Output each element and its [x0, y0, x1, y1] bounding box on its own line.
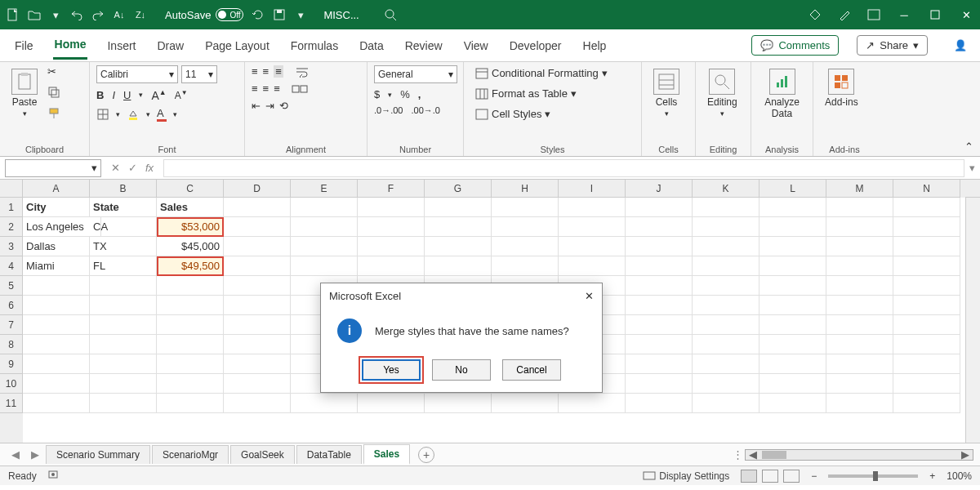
cell[interactable] [826, 374, 893, 394]
cell[interactable] [826, 237, 893, 256]
fx-icon[interactable]: fx [145, 162, 154, 174]
view-normal-icon[interactable] [741, 470, 757, 483]
align-right-icon[interactable]: ≡ [274, 82, 280, 95]
increase-font-icon[interactable]: A▲ [151, 88, 166, 102]
minimize-icon[interactable]: ─ [897, 7, 911, 22]
sheet-nav-prev-icon[interactable]: ◀ [7, 448, 24, 461]
row-header[interactable]: 11 [0, 394, 23, 413]
cell[interactable] [559, 198, 626, 217]
analyze-data-button[interactable]: Analyze Data [758, 65, 806, 122]
cell[interactable] [893, 217, 960, 237]
cell[interactable]: $45,000 [157, 237, 224, 256]
cell[interactable] [626, 354, 693, 374]
refresh-icon[interactable] [252, 8, 265, 21]
col-header[interactable]: N [893, 180, 960, 198]
dropdown-icon[interactable]: ▾ [294, 8, 307, 21]
cell[interactable]: TX [90, 237, 157, 256]
col-header[interactable]: K [693, 180, 760, 198]
open-file-icon[interactable] [28, 8, 41, 21]
cell[interactable] [90, 276, 157, 296]
col-header[interactable]: L [760, 180, 826, 198]
share-button[interactable]: ↗Share▾ [857, 35, 928, 56]
cell[interactable] [157, 335, 224, 354]
chevron-down-icon[interactable]: ▾ [388, 91, 392, 99]
align-center-icon[interactable]: ≡ [263, 82, 270, 95]
name-box[interactable]: ▾ [5, 159, 101, 177]
cell[interactable] [358, 237, 425, 256]
addins-button[interactable]: Add-ins [820, 65, 863, 111]
cell[interactable] [90, 296, 157, 315]
cell[interactable]: CA [90, 217, 157, 237]
cell[interactable] [291, 256, 358, 276]
paste-button[interactable]: Paste ▾ [7, 65, 42, 121]
cell[interactable] [626, 276, 693, 296]
cell[interactable] [559, 256, 626, 276]
col-header[interactable]: E [291, 180, 358, 198]
zoom-out-button[interactable]: − [811, 470, 817, 482]
expand-formula-bar-icon[interactable]: ▾ [964, 162, 980, 174]
macro-record-icon[interactable] [48, 470, 61, 482]
cell[interactable] [893, 394, 960, 413]
cell[interactable] [760, 237, 826, 256]
cell[interactable] [157, 315, 224, 335]
cell[interactable] [826, 276, 893, 296]
cell[interactable] [760, 354, 826, 374]
cell[interactable] [559, 217, 626, 237]
select-all-corner[interactable] [0, 180, 23, 198]
decrease-indent-icon[interactable]: ⇤ [252, 100, 261, 112]
increase-indent-icon[interactable]: ⇥ [265, 100, 274, 112]
col-header[interactable]: M [826, 180, 893, 198]
row-header[interactable]: 3 [0, 237, 23, 256]
cell[interactable] [157, 276, 224, 296]
cell[interactable] [358, 217, 425, 237]
align-bottom-icon[interactable]: ≡ [274, 65, 283, 78]
cell[interactable] [23, 354, 90, 374]
cell[interactable] [224, 335, 291, 354]
cell[interactable] [23, 315, 90, 335]
cell[interactable] [693, 276, 760, 296]
cut-icon[interactable]: ✂ [47, 65, 60, 78]
cell[interactable] [693, 217, 760, 237]
cell[interactable] [626, 198, 693, 217]
cell[interactable] [693, 315, 760, 335]
cell[interactable] [826, 394, 893, 413]
cell[interactable] [224, 394, 291, 413]
tab-draw[interactable]: Draw [155, 33, 185, 59]
cell[interactable] [893, 315, 960, 335]
collapse-ribbon-icon[interactable]: ⌃ [964, 140, 973, 153]
sort-desc-icon[interactable]: Z↓ [134, 8, 147, 21]
vertical-scrollbar[interactable] [965, 198, 980, 443]
sheet-separator-icon[interactable]: ⋮ [733, 448, 743, 461]
cell[interactable] [291, 217, 358, 237]
cell[interactable] [559, 237, 626, 256]
italic-button[interactable]: I [112, 89, 115, 101]
col-header[interactable]: F [358, 180, 425, 198]
row-header[interactable]: 1 [0, 198, 23, 217]
cell[interactable] [626, 256, 693, 276]
comma-format-icon[interactable]: , [418, 88, 421, 100]
col-header[interactable]: D [224, 180, 291, 198]
cell[interactable] [559, 394, 626, 413]
cell[interactable] [358, 394, 425, 413]
cell[interactable] [90, 315, 157, 335]
col-header[interactable]: J [626, 180, 693, 198]
cell[interactable] [224, 198, 291, 217]
cell[interactable] [760, 315, 826, 335]
cell[interactable] [626, 335, 693, 354]
col-header[interactable]: G [425, 180, 492, 198]
cell[interactable]: Miami [23, 256, 90, 276]
col-header[interactable]: B [90, 180, 157, 198]
percent-format-icon[interactable]: % [400, 88, 410, 100]
sheet-tab[interactable]: Scenario Summary [46, 445, 150, 464]
cell[interactable] [760, 374, 826, 394]
no-button[interactable]: No [432, 359, 491, 381]
cell[interactable] [358, 256, 425, 276]
cell[interactable] [157, 296, 224, 315]
cell[interactable] [224, 374, 291, 394]
cancel-icon[interactable]: ✕ [111, 162, 120, 174]
cell[interactable] [492, 237, 559, 256]
cell[interactable] [893, 256, 960, 276]
align-left-icon[interactable]: ≡ [252, 82, 258, 95]
row-header[interactable]: 8 [0, 335, 23, 354]
cell[interactable] [826, 198, 893, 217]
